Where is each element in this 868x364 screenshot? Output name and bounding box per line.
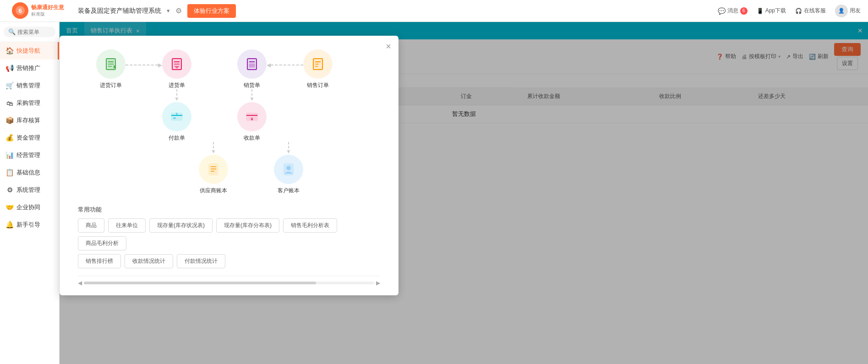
func-buttons-row1: 商品 往来单位 现存量(库存状况表) 现存量(库存分布表) 销售毛利分析表 商品… — [78, 218, 380, 250]
system-name: 装备及固定资产辅助管理系统 — [78, 7, 161, 15]
svg-rect-29 — [209, 164, 218, 175]
top-bar: 6 畅康通好生意 标准版 装备及固定资产辅助管理系统 ▾ ⚙ 体验行业方案 💬 … — [0, 0, 868, 22]
logo-text: 畅康通好生意 标准版 — [31, 4, 64, 17]
search-input[interactable] — [17, 29, 54, 35]
finance-icon: 💰 — [5, 134, 14, 142]
svg-text:¥: ¥ — [251, 117, 253, 121]
user-avatar: 👤 — [835, 5, 848, 17]
func-btn-payment-stat[interactable]: 付款情况统计 — [177, 254, 225, 268]
dropdown-arrow-icon[interactable]: ▾ — [167, 7, 170, 14]
sidebar-item-operations[interactable]: 📊 经营管理 — [0, 147, 59, 164]
receipt-bill-icon: ¥ — [237, 102, 267, 131]
system-icon: ⚙ — [5, 186, 14, 194]
operations-icon: 📊 — [5, 151, 14, 159]
sidebar-item-system[interactable]: ⚙ 系统管理 — [0, 181, 59, 199]
sidebar-item-collaboration[interactable]: 🤝 企业协同 — [0, 199, 59, 216]
headset-icon: 🎧 — [795, 8, 802, 14]
common-functions: 常用功能 商品 往来单位 现存量(库存状况表) 现存量(库存分布表) 销售毛利分… — [78, 206, 380, 268]
logo-area: 6 畅康通好生意 标准版 — [7, 0, 69, 23]
svg-text:6: 6 — [18, 7, 22, 14]
sidebar-item-finance[interactable]: 💰 资金管理 — [0, 129, 59, 147]
func-btn-receipt-stat[interactable]: 收款情况统计 — [125, 254, 173, 268]
supplier-ledger-icon — [199, 155, 228, 184]
scrollbar-track — [84, 282, 374, 284]
phone-icon: 📱 — [757, 8, 764, 14]
message-icon: 💬 — [718, 7, 726, 15]
sale-order-icon — [303, 49, 333, 79]
sale-bill-node: 销货单 — [237, 49, 267, 89]
func-btn-stock-dist[interactable]: 现存量(库存分布表) — [216, 218, 279, 233]
marketing-icon: 📢 — [5, 64, 14, 72]
guide-icon: 🔔 — [5, 221, 14, 229]
func-btn-goods-profit[interactable]: 商品毛利分析 — [78, 236, 126, 250]
app-download-action[interactable]: 📱 App下载 — [757, 7, 786, 15]
sidebar-item-inventory[interactable]: 📦 库存核算 — [0, 112, 59, 129]
sidebar-item-purchase[interactable]: 🛍 采购管理 — [0, 94, 59, 112]
flow-modal: × 进货订单 ▶ — [60, 36, 399, 295]
payment-bill-icon: ¥ — [162, 102, 191, 131]
online-service-action[interactable]: 🎧 在线客服 — [795, 7, 826, 15]
sale-bill-icon — [237, 49, 267, 79]
svg-rect-16 — [249, 64, 255, 67]
svg-rect-24 — [173, 117, 176, 119]
sidebar-item-marketing[interactable]: 📢 营销推广 — [0, 60, 59, 77]
svg-point-34 — [287, 166, 290, 170]
payment-bill-node: ¥ 付款单 — [162, 102, 191, 142]
scrollbar-thumb — [84, 282, 316, 284]
func-btn-stock-status[interactable]: 现存量(库存状况表) — [149, 218, 213, 233]
sidebar-item-quick-nav[interactable]: 🏠 快捷导航 — [0, 42, 59, 60]
customer-ledger-icon — [274, 155, 303, 184]
sidebar-item-basic-info[interactable]: 📋 基础信息 — [0, 164, 59, 181]
experience-button[interactable]: 体验行业方案 — [187, 4, 236, 18]
sidebar-item-guide[interactable]: 🔔 新手引导 — [0, 216, 59, 234]
func-buttons-row2: 销售排行榜 收款情况统计 付款情况统计 — [78, 254, 380, 268]
top-actions: 💬 消息 6 📱 App下载 🎧 在线客服 👤 用友 — [718, 5, 861, 17]
settings-icon[interactable]: ⚙ — [175, 6, 182, 15]
sale-order-node: 销售订单 — [303, 49, 333, 89]
func-btn-sales-profit[interactable]: 销售毛利分析表 — [283, 218, 337, 233]
scroll-right-icon[interactable]: ▶ — [376, 280, 380, 286]
common-functions-title: 常用功能 — [78, 206, 380, 214]
func-btn-goods[interactable]: 商品 — [78, 218, 104, 233]
collaboration-icon: 🤝 — [5, 203, 14, 212]
message-action[interactable]: 💬 消息 6 — [718, 7, 748, 15]
scroll-left-icon[interactable]: ◀ — [78, 280, 82, 286]
svg-text:¥: ¥ — [176, 112, 178, 115]
sidebar: 🔍 🏠 快捷导航 📢 营销推广 🛒 销售管理 — [0, 22, 60, 364]
sales-icon: 🛒 — [5, 81, 14, 90]
modal-scrollbar[interactable]: ◀ ▶ — [78, 276, 380, 286]
inventory-icon: 📦 — [5, 116, 14, 125]
message-badge: 6 — [740, 7, 748, 15]
func-btn-partners[interactable]: 往来单位 — [108, 218, 146, 233]
home-icon: 🏠 — [5, 47, 14, 55]
modal-overlay[interactable]: × 进货订单 ▶ — [60, 22, 868, 364]
customer-ledger-node: 客户账本 — [274, 155, 303, 195]
receipt-bill-node: ¥ 收款单 — [237, 102, 267, 142]
basic-info-icon: 📋 — [5, 168, 14, 177]
flow-diagram: 进货订单 ▶ 进货单 — [78, 49, 380, 195]
search-icon: 🔍 — [8, 28, 16, 35]
logo-icon: 6 — [12, 2, 28, 19]
supplier-ledger-node: 供应商账本 — [199, 155, 228, 195]
purchase-order-node: 进货订单 — [96, 49, 126, 89]
sidebar-search-area: 🔍 — [0, 22, 59, 42]
purchase-order-icon — [96, 49, 126, 79]
sidebar-nav: 🏠 快捷导航 📢 营销推广 🛒 销售管理 🛍 采购管理 📦 库存核 — [0, 42, 59, 364]
purchase-bill-node: 进货单 — [162, 49, 191, 89]
modal-close-button[interactable]: × — [386, 41, 391, 52]
purchase-icon: 🛍 — [5, 99, 14, 107]
func-btn-sales-rank[interactable]: 销售排行榜 — [78, 254, 121, 268]
purchase-bill-icon — [162, 49, 191, 79]
sidebar-item-sales[interactable]: 🛒 销售管理 — [0, 77, 59, 94]
user-profile[interactable]: 👤 用友 — [835, 5, 861, 17]
